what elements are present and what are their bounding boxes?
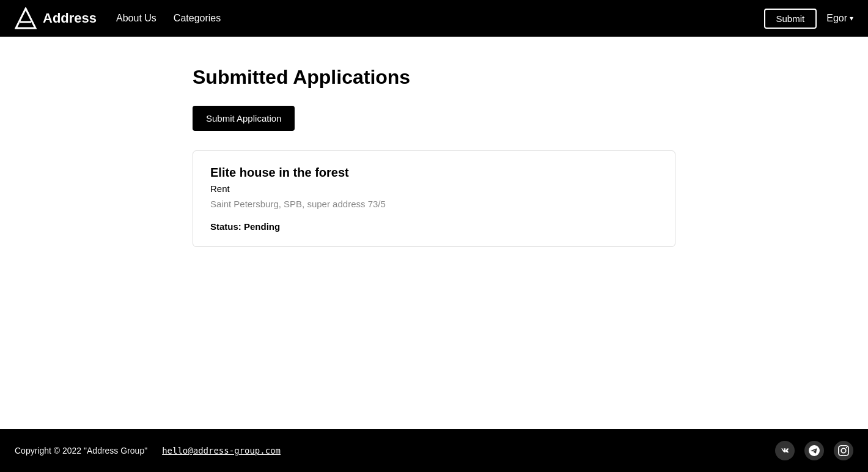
application-status: Status: Pending	[210, 221, 658, 232]
nav-submit-button[interactable]: Submit	[764, 9, 817, 29]
svg-marker-0	[16, 9, 35, 28]
logo-link[interactable]: Address	[15, 7, 97, 29]
application-type: Rent	[210, 183, 658, 194]
page-title: Submitted Applications	[193, 66, 868, 89]
logo-icon	[15, 7, 37, 29]
footer-social	[775, 441, 853, 460]
status-label: Status:	[210, 221, 241, 232]
logo-text: Address	[43, 10, 97, 26]
footer-left: Copyright © 2022 "Address Group" hello@a…	[15, 446, 281, 455]
footer-copyright: Copyright © 2022 "Address Group"	[15, 446, 147, 455]
footer-email[interactable]: hello@address-group.com	[162, 446, 281, 455]
navbar: Address About Us Categories Submit Egor …	[0, 0, 868, 37]
submit-application-button[interactable]: Submit Application	[193, 106, 295, 131]
content-area: Submitted Applications Submit Applicatio…	[193, 66, 868, 247]
chevron-down-icon: ▾	[850, 14, 853, 23]
status-value: Pending	[244, 221, 280, 232]
nav-right: Submit Egor ▾	[764, 9, 853, 29]
nav-links: About Us Categories	[116, 13, 744, 24]
nav-categories[interactable]: Categories	[174, 13, 221, 24]
application-title: Elite house in the forest	[210, 166, 658, 180]
application-card: Elite house in the forest Rent Saint Pet…	[193, 150, 675, 247]
telegram-icon[interactable]	[804, 441, 824, 460]
nav-about-us[interactable]: About Us	[116, 13, 156, 24]
nav-user-name: Egor	[826, 13, 847, 24]
footer: Copyright © 2022 "Address Group" hello@a…	[0, 429, 868, 472]
instagram-icon[interactable]	[834, 441, 853, 460]
vk-icon[interactable]	[775, 441, 795, 460]
main-content: Submitted Applications Submit Applicatio…	[0, 37, 868, 429]
application-address: Saint Petersburg, SPB, super address 73/…	[210, 199, 658, 209]
nav-user-menu[interactable]: Egor ▾	[826, 13, 853, 24]
